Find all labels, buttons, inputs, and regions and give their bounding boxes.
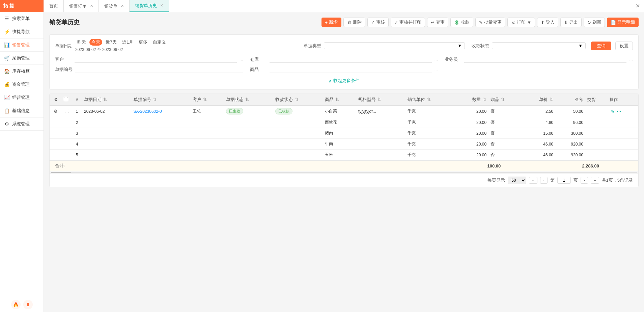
col-pay-status[interactable]: 收款状态 ⇅: [273, 94, 323, 106]
col-doc-date[interactable]: 单据日期 ⇅: [82, 94, 132, 106]
new-button[interactable]: + 新增: [321, 18, 342, 27]
col-price[interactable]: 单价 ⇅: [522, 94, 555, 106]
col-unit[interactable]: 销售单位 ⇅: [405, 94, 455, 106]
row-doc-date-0: 2023-06-02: [82, 106, 132, 117]
date-pill-1month[interactable]: 近1月: [120, 39, 135, 46]
col-gear[interactable]: ⚙: [50, 94, 62, 106]
row-checkbox-3[interactable]: [62, 139, 72, 150]
collapse-button[interactable]: ∧ 收起更多条件: [327, 76, 361, 85]
sort-gift-icon: ⇅: [501, 97, 505, 102]
sidebar-item-purchase-mgmt[interactable]: 🛒 采购管理: [0, 52, 44, 65]
sidebar-item-search-menu[interactable]: ☰ 搜索菜单: [0, 12, 44, 25]
refresh-button[interactable]: ↻ 刷新: [584, 18, 605, 27]
edit-action-0[interactable]: ✎: [611, 109, 615, 114]
import-button[interactable]: ⬆ 导入: [537, 18, 558, 27]
row-gear-4[interactable]: [50, 150, 62, 160]
row-doc-no-3[interactable]: [132, 139, 191, 150]
col-spec[interactable]: 规格型号 ⇅: [356, 94, 406, 106]
row-doc-no-1[interactable]: [132, 117, 191, 128]
export-button[interactable]: ⬇ 导出: [560, 18, 582, 27]
settings-button[interactable]: 设置: [615, 42, 633, 50]
col-checkbox[interactable]: [62, 94, 72, 106]
pay-status-select[interactable]: ▼: [492, 42, 586, 49]
audit-print-button[interactable]: ✓ 审核并打印: [391, 18, 425, 27]
prev-page-button[interactable]: ‹: [540, 177, 548, 184]
delete-button[interactable]: 🗑 删除: [343, 18, 365, 27]
batch-change-button[interactable]: ✎ 批量变更: [475, 18, 505, 27]
col-qty[interactable]: 数量 ⇅: [455, 94, 488, 106]
select-all-checkbox[interactable]: [64, 97, 68, 101]
row-no-4: 5: [72, 150, 82, 160]
audit-button[interactable]: ✓ 审核: [367, 18, 389, 27]
date-pill-7days[interactable]: 近7天: [104, 39, 119, 46]
sidebar-item-quick-nav[interactable]: ⚡ 快捷导航: [0, 25, 44, 38]
salesperson-dots[interactable]: ...: [629, 57, 633, 62]
row-doc-no-4[interactable]: [132, 150, 191, 160]
col-gift[interactable]: 赠品 ⇅: [488, 94, 522, 106]
per-page-select[interactable]: 50 100 200: [508, 177, 526, 184]
show-detail-button[interactable]: 📄 显示明细: [607, 18, 639, 27]
row-doc-no-0[interactable]: SA-20230602-0: [132, 106, 191, 117]
warehouse-dots[interactable]: ...: [435, 57, 438, 62]
sidebar-item-sales-mgmt[interactable]: 📊 销售管理: [0, 38, 44, 52]
doc-no-input[interactable]: [75, 66, 243, 73]
col-doc-no[interactable]: 单据编号 ⇅: [132, 94, 191, 106]
row-checkbox-2[interactable]: [62, 128, 72, 139]
date-pill-custom[interactable]: 自定义: [151, 39, 168, 46]
col-customer[interactable]: 客户 ⇅: [191, 94, 224, 106]
row-gear-0[interactable]: ⚙: [50, 106, 62, 117]
row-gear-1[interactable]: [50, 117, 62, 128]
last-page-button[interactable]: »: [591, 177, 599, 184]
date-pill-more[interactable]: 更多: [137, 39, 149, 46]
row-check[interactable]: [65, 109, 69, 113]
tab-home[interactable]: 首页: [44, 0, 64, 12]
customer-dots[interactable]: ...: [240, 57, 243, 62]
tab-sales-history-close[interactable]: ✕: [160, 3, 163, 8]
tab-sales-order-close[interactable]: ✕: [90, 4, 93, 8]
row-gear-2[interactable]: [50, 128, 62, 139]
customer-input[interactable]: [75, 56, 237, 63]
row-doc-no-2[interactable]: [132, 128, 191, 139]
date-label: 单据日期: [55, 43, 73, 49]
warehouse-input[interactable]: [270, 56, 432, 63]
audit-icon: ✓: [371, 20, 375, 25]
tab-close-all-button[interactable]: ✕: [632, 3, 644, 9]
filter-row-3: 单据编号 商品 ...: [55, 66, 633, 73]
sidebar-item-operation[interactable]: 📈 经营管理: [0, 91, 44, 104]
sidebar-item-inventory[interactable]: 🏠 库存核算: [0, 65, 44, 78]
filter-pay-status-item: 收款状态 ▼ 查询 设置: [472, 42, 633, 50]
table-scrollbar[interactable]: [50, 171, 638, 174]
query-button[interactable]: 查询: [591, 42, 611, 50]
date-pill-today[interactable]: 今天: [89, 39, 102, 46]
page-number-input[interactable]: [557, 177, 571, 184]
tab-sales-goods-close[interactable]: ✕: [121, 4, 124, 8]
goods-input[interactable]: [270, 66, 432, 73]
row-checkbox-0[interactable]: [62, 106, 72, 117]
row-checkbox-1[interactable]: [62, 117, 72, 128]
tab-sales-order[interactable]: 销售订单 ✕: [64, 0, 99, 12]
row-gear-icon[interactable]: ⚙: [54, 109, 58, 114]
sidebar-item-basic-info[interactable]: 📋 基础信息: [0, 104, 44, 118]
print-button[interactable]: 🖨 打印 ▼: [507, 18, 535, 27]
sidebar-pause-button[interactable]: ⏸: [23, 300, 33, 309]
tab-sales-history[interactable]: 销货单历史 ✕: [130, 0, 169, 12]
salesperson-input[interactable]: [464, 56, 626, 63]
date-pill-yesterday[interactable]: 昨天: [75, 39, 88, 46]
row-checkbox-4[interactable]: [62, 150, 72, 160]
col-doc-status[interactable]: 单据状态 ⇅: [224, 94, 274, 106]
tab-sales-goods[interactable]: 销货单 ✕: [99, 0, 130, 12]
sidebar-item-finance[interactable]: 💰 资金管理: [0, 78, 44, 91]
sidebar-fire-button[interactable]: 🔥: [11, 300, 21, 309]
abandon-button[interactable]: ↩ 弃审: [427, 18, 448, 27]
doc-type-select[interactable]: ▼: [324, 42, 465, 49]
first-page-button[interactable]: «: [529, 177, 537, 184]
filter-row-1: 单据日期 昨天 今天 近7天 近1月 更多 自定义 2023-06-02 至 2…: [55, 39, 633, 53]
goods-dots[interactable]: ...: [435, 67, 438, 72]
next-page-button[interactable]: ›: [581, 177, 588, 184]
collect-button[interactable]: 💲 收款: [450, 18, 473, 27]
row-gear-3[interactable]: [50, 139, 62, 150]
page-label: 第: [550, 177, 555, 183]
more-action-0[interactable]: ⋯: [617, 109, 621, 114]
col-goods[interactable]: 商品 ⇅: [323, 94, 356, 106]
sidebar-item-system-mgmt[interactable]: ⚙ 系统管理: [0, 118, 44, 131]
